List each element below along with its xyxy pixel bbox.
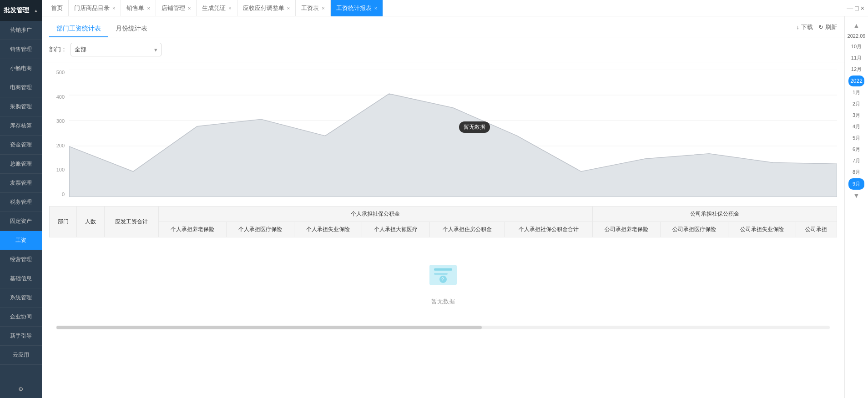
- tab-close-catalog[interactable]: ×: [112, 5, 115, 11]
- y-label-100: 100: [56, 167, 65, 172]
- col-sub-header: 个人承担医疗保险: [227, 222, 294, 237]
- page-body: 部门工资统计表月份统计表 ↓ 下载 ↻ 刷新 部门： 全部 ▾: [42, 16, 868, 398]
- timeline-item-oct[interactable]: 10月: [846, 41, 868, 52]
- tab-salary-table[interactable]: 工资表×: [296, 0, 330, 16]
- top-tabs: 首页门店商品目录×销售单×店铺管理×生成凭证×应收应付调整单×工资表×工资统计报…: [42, 0, 868, 16]
- timeline-item-jul[interactable]: 7月: [846, 155, 868, 166]
- timeline-item-nov[interactable]: 11月: [846, 52, 868, 64]
- minimize-icon[interactable]: —: [847, 5, 853, 12]
- sub-tabs-bar: 部门工资统计表月份统计表 ↓ 下载 ↻ 刷新: [42, 16, 844, 37]
- tab-store-manage[interactable]: 店铺管理×: [156, 0, 197, 16]
- col-sub-header: 个人承担大额医疗: [362, 222, 430, 237]
- timeline-item-feb[interactable]: 2月: [846, 98, 868, 110]
- chart-container: 500 400 300 200 100 0: [49, 70, 837, 206]
- tab-sales-order[interactable]: 销售单×: [121, 0, 156, 16]
- sidebar-collapse-icon: ▲: [34, 8, 38, 13]
- sidebar-item-assets[interactable]: 固定资产: [0, 212, 42, 231]
- select-arrow-icon: ▾: [154, 46, 157, 53]
- tab-window-controls[interactable]: — □ ×: [847, 5, 864, 12]
- y-label-500: 500: [56, 70, 65, 75]
- tab-close-salary-report[interactable]: ×: [374, 5, 377, 11]
- toolbar-right: ↓ 下载 ↻ 刷新: [797, 23, 838, 35]
- download-button[interactable]: ↓ 下载: [797, 23, 813, 31]
- timeline-nav-down[interactable]: ▼: [852, 190, 862, 201]
- restore-icon[interactable]: □: [855, 5, 858, 12]
- right-timeline: ▲ 2022.0910月11月12月20221月2月3月4月5月6月7月8月9月…: [844, 16, 868, 398]
- timeline-item-aug[interactable]: 8月: [846, 166, 868, 178]
- col-sub-header: 个人承担失业保险: [294, 222, 362, 237]
- chart-area: 500 400 300 200 100 0: [42, 62, 844, 398]
- empty-icon: ?: [425, 256, 461, 292]
- sidebar-item-operations[interactable]: 经营管理: [0, 250, 42, 269]
- sidebar-item-system[interactable]: 系统管理: [0, 288, 42, 307]
- timeline-item-apr[interactable]: 4月: [846, 121, 868, 132]
- timeline-nav-up[interactable]: ▲: [852, 20, 862, 31]
- refresh-button[interactable]: ↻ 刷新: [818, 23, 837, 31]
- timeline-item-mar[interactable]: 3月: [846, 110, 868, 121]
- sidebar-item-salary[interactable]: 工资: [0, 231, 42, 250]
- sidebar-item-purchase[interactable]: 采购管理: [0, 97, 42, 116]
- col-sub-header: 公司承担失业保险: [728, 222, 796, 237]
- sidebar-item-invoice[interactable]: 发票管理: [0, 174, 42, 193]
- sidebar-item-inventory[interactable]: 库存核算: [0, 116, 42, 136]
- svg-text:?: ?: [441, 277, 444, 282]
- empty-state: ? 暂无数据: [50, 237, 837, 324]
- sidebar-item-tax[interactable]: 税务管理: [0, 193, 42, 212]
- y-label-400: 400: [56, 94, 65, 100]
- tab-close-voucher[interactable]: ×: [228, 5, 231, 11]
- timeline-item-dec[interactable]: 12月: [846, 64, 868, 75]
- sidebar-settings[interactable]: ⚙: [0, 380, 42, 398]
- sidebar-item-finance[interactable]: 资金管理: [0, 136, 42, 155]
- y-label-0: 0: [62, 191, 65, 197]
- col-company-social: 公司承担社保公积金: [592, 207, 837, 222]
- y-label-200: 200: [56, 143, 65, 148]
- col-dept: 部门: [50, 207, 77, 237]
- sidebar-item-ecommerce[interactable]: 电商管理: [0, 78, 42, 97]
- main-content: 首页门店商品目录×销售单×店铺管理×生成凭证×应收应付调整单×工资表×工资统计报…: [42, 0, 868, 398]
- tab-close-sales-order[interactable]: ×: [147, 5, 150, 11]
- tab-receivable[interactable]: 应收应付调整单×: [237, 0, 296, 16]
- sidebar-item-ecommerce-small[interactable]: 小畅电商: [0, 59, 42, 78]
- data-table: 部门 人数 应发工资合计 个人承担社保公积金 公司承担社保公积金 个人承担养老保…: [49, 206, 837, 324]
- gear-icon: ⚙: [18, 386, 24, 393]
- col-total-salary: 应发工资合计: [104, 207, 159, 237]
- download-icon: ↓: [797, 24, 800, 30]
- timeline-item-sep[interactable]: 9月: [848, 178, 865, 190]
- col-sub-header: 公司承担医疗保险: [660, 222, 728, 237]
- sidebar-items: 营销推广销售管理小畅电商电商管理采购管理库存核算资金管理总账管理发票管理税务管理…: [0, 21, 42, 365]
- tab-salary-report[interactable]: 工资统计报表×: [331, 0, 383, 16]
- chart-tooltip: 暂无数据: [459, 121, 490, 133]
- tab-close-receivable[interactable]: ×: [287, 5, 290, 11]
- sidebar-item-sales[interactable]: 销售管理: [0, 40, 42, 59]
- tab-home[interactable]: 首页: [45, 0, 69, 16]
- tab-catalog[interactable]: 门店商品目录×: [69, 0, 121, 16]
- sidebar-item-cloud[interactable]: 云应用: [0, 346, 42, 365]
- sidebar-item-enterprise[interactable]: 企业协同: [0, 307, 42, 327]
- y-label-300: 300: [56, 118, 65, 124]
- tab-close-salary-table[interactable]: ×: [322, 5, 324, 11]
- sidebar-item-ledger[interactable]: 总账管理: [0, 155, 42, 174]
- col-sub-header: 个人承担住房公积金: [430, 222, 505, 237]
- sub-tab-dept-stats[interactable]: 部门工资统计表: [49, 21, 108, 37]
- svg-rect-10: [434, 273, 448, 275]
- sub-tab-monthly-stats[interactable]: 月份统计表: [108, 21, 155, 37]
- sidebar: 批发管理 ▲ 营销推广销售管理小畅电商电商管理采购管理库存核算资金管理总账管理发…: [0, 0, 42, 398]
- timeline-item-2022[interactable]: 2022: [848, 76, 865, 86]
- tab-close-store-manage[interactable]: ×: [188, 5, 191, 11]
- sidebar-item-guide[interactable]: 新手引导: [0, 327, 42, 346]
- dept-select[interactable]: 全部 ▾: [71, 43, 161, 56]
- svg-rect-9: [434, 268, 452, 271]
- sidebar-item-marketing[interactable]: 营销推广: [0, 21, 42, 40]
- sidebar-item-basic[interactable]: 基础信息: [0, 269, 42, 288]
- timeline-item-jan[interactable]: 1月: [846, 87, 868, 98]
- dept-select-value: 全部: [75, 45, 86, 54]
- timeline-item-may[interactable]: 5月: [846, 132, 868, 144]
- timeline-item-2022-09[interactable]: 2022.09: [846, 31, 868, 41]
- col-sub-header: 个人承担养老保险: [159, 222, 227, 237]
- tabs-container: 首页门店商品目录×销售单×店铺管理×生成凭证×应收应付调整单×工资表×工资统计报…: [45, 0, 847, 16]
- close-window-icon[interactable]: ×: [861, 5, 864, 12]
- tab-voucher[interactable]: 生成凭证×: [197, 0, 237, 16]
- sidebar-header[interactable]: 批发管理 ▲: [0, 0, 42, 21]
- timeline-item-jun[interactable]: 6月: [846, 144, 868, 155]
- horizontal-scrollbar[interactable]: [56, 326, 830, 329]
